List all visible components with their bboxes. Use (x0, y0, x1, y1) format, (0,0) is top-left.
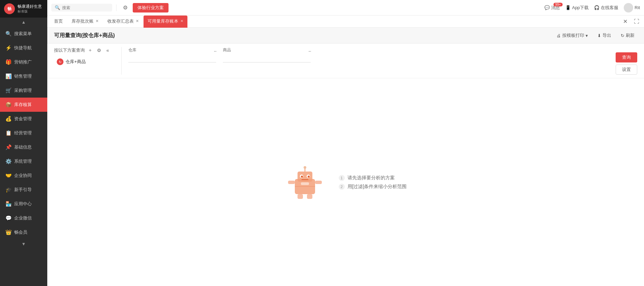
robot-svg (285, 162, 325, 203)
service-btn[interactable]: 🎧 在线客服 (594, 5, 618, 11)
svg-rect-10 (315, 181, 322, 184)
mobile-icon: 📱 (565, 5, 571, 10)
message-badge: 99+ (553, 3, 563, 6)
tabs-right-actions: ✕ ⛶ (620, 17, 641, 26)
export-icon: ⬇ (597, 33, 601, 38)
svg-rect-9 (288, 181, 295, 184)
search-input[interactable] (62, 5, 106, 10)
tab-close-btn[interactable]: ✕ (620, 17, 630, 26)
scheme-item-icon: ↻ (57, 58, 63, 65)
product-input[interactable] (223, 54, 311, 62)
sidebar-item-enterprise[interactable]: 🤝 企业协同 (0, 168, 47, 183)
query-btn[interactable]: 查询 (616, 52, 637, 62)
svg-rect-11 (298, 194, 303, 199)
purchase-icon: 🛒 (5, 87, 11, 94)
sidebar-item-purchase[interactable]: 🛒 采购管理 (0, 83, 47, 98)
empty-tip-2: 2 用[过滤]条件来缩小分析范围 (339, 184, 407, 190)
topbar-divider (116, 4, 117, 11)
sidebar-item-system[interactable]: ⚙️ 系统管理 (0, 154, 47, 168)
collapse-scheme-btn[interactable]: « (104, 47, 111, 54)
industry-btn[interactable]: 体验行业方案 (133, 3, 169, 12)
sidebar-item-sales[interactable]: 📊 销售管理 (0, 69, 47, 83)
headset-icon: 🎧 (594, 5, 599, 10)
inventory-icon: 📦 (5, 102, 11, 108)
sidebar-item-finance[interactable]: 💰 资金管理 (0, 112, 47, 126)
refresh-icon: ↻ (621, 33, 624, 38)
system-icon: ⚙️ (5, 158, 11, 164)
sidebar-app-title: 畅康通好生意 (18, 4, 42, 9)
search-icon: 🔍 (5, 31, 11, 37)
sidebar-item-inventory[interactable]: 📦 库存核算 (0, 98, 47, 112)
page-header: 可用量查询(按仓库+商品) 🖨 按模板打印 ▾ ⬇ 导出 ↻ 刷新 (47, 28, 644, 44)
sidebar-item-wechat[interactable]: 💬 企业微信 (0, 211, 47, 225)
close-icon[interactable]: ✕ (96, 19, 99, 23)
filter-scheme-header: 按以下方案查询 ＋ ⚙ « (54, 47, 117, 54)
page-title: 可用量查询(按仓库+商品) (54, 32, 115, 39)
empty-tips: 1 请先选择要分析的方案 2 用[过滤]条件来缩小分析范围 (339, 175, 407, 190)
tip-number-2: 2 (339, 184, 345, 190)
sidebar-item-member[interactable]: 👑 畅会员 (0, 225, 47, 239)
sidebar-item-operation[interactable]: 📋 经营管理 (0, 126, 47, 140)
settings-icon[interactable]: ⚙ (121, 3, 130, 12)
sidebar-item-newbie[interactable]: 🎓 新手引导 (0, 183, 47, 197)
svg-point-5 (308, 176, 310, 178)
content-area: 可用量查询(按仓库+商品) 🖨 按模板打印 ▾ ⬇ 导出 ↻ 刷新 (47, 28, 644, 286)
main-area: 🔍 ⚙ 体验行业方案 💬 消息 99+ 📱 App下载 🎧 在线客服 Rit (47, 0, 644, 286)
finance-icon: 💰 (5, 116, 11, 122)
product-field-more[interactable]: ... (308, 47, 311, 53)
page-header-actions: 🖨 按模板打印 ▾ ⬇ 导出 ↻ 刷新 (554, 31, 637, 40)
dropdown-icon: ▾ (586, 33, 588, 38)
sidebar-scroll-up[interactable]: ▲ (0, 18, 47, 27)
manage-scheme-btn[interactable]: ⚙ (96, 47, 102, 54)
tabs-bar: 首页 库存批次账 ✕ 收发存汇总表 ✕ 可用量库存账本 ✕ ✕ ⛶ (47, 16, 644, 28)
svg-point-8 (304, 166, 306, 169)
empty-tip-1: 1 请先选择要分析的方案 (339, 175, 407, 181)
filter-scheme: 按以下方案查询 ＋ ⚙ « ↻ 仓库+商品 (54, 47, 122, 75)
filter-field-warehouse-header: 仓库 ... (128, 47, 216, 53)
message-icon: 💬 (544, 5, 550, 10)
filter-area: 按以下方案查询 ＋ ⚙ « ↻ 仓库+商品 仓库 ... (47, 44, 644, 78)
tab-available[interactable]: 可用量库存账本 ✕ (144, 16, 187, 28)
member-icon: 👑 (5, 229, 11, 235)
tab-expand-btn[interactable]: ⛶ (632, 17, 641, 26)
topbar-search-box[interactable]: 🔍 (51, 4, 112, 11)
tip-number-1: 1 (339, 175, 345, 181)
close-icon[interactable]: ✕ (136, 19, 139, 23)
sidebar: 畅 畅康通好生意 标准版 ▲ 🔍 搜索菜单 ⚡ 快捷导航 🎁 营销推广 📊 销售… (0, 0, 47, 286)
filter-actions: 查询 设置 (616, 47, 637, 75)
add-scheme-btn[interactable]: ＋ (87, 47, 94, 54)
enterprise-icon: 🤝 (5, 173, 11, 179)
svg-rect-12 (307, 194, 312, 199)
empty-state: 1 请先选择要分析的方案 2 用[过滤]条件来缩小分析范围 (47, 78, 644, 286)
sidebar-item-search[interactable]: 🔍 搜索菜单 (0, 27, 47, 41)
export-btn[interactable]: ⬇ 导出 (595, 31, 614, 40)
sidebar-item-basic[interactable]: 📌 基础信息 (0, 140, 47, 154)
sidebar-app-subtitle: 标准版 (18, 9, 42, 14)
user-avatar[interactable]: Rit (624, 3, 640, 12)
message-btn[interactable]: 💬 消息 99+ (544, 5, 560, 11)
sidebar-item-shortcut[interactable]: ⚡ 快捷导航 (0, 41, 47, 55)
empty-illustration (285, 162, 325, 203)
scheme-item-warehouse-product[interactable]: ↻ 仓库+商品 (54, 56, 117, 67)
appstore-icon: 🏪 (5, 201, 11, 207)
sidebar-item-appstore[interactable]: 🏪 应用中心 (0, 197, 47, 211)
print-icon: 🖨 (557, 33, 561, 38)
sidebar-item-marketing[interactable]: 🎁 营销推广 (0, 55, 47, 69)
sidebar-header: 畅 畅康通好生意 标准版 (0, 0, 47, 18)
settings-btn[interactable]: 设置 (616, 64, 637, 75)
tab-summary[interactable]: 收发存汇总表 ✕ (103, 16, 143, 28)
svg-point-4 (301, 176, 303, 178)
avatar (624, 3, 633, 12)
tab-batch[interactable]: 库存批次账 ✕ (68, 16, 103, 28)
print-btn[interactable]: 🖨 按模板打印 ▾ (554, 31, 591, 40)
tab-home[interactable]: 首页 (50, 16, 67, 28)
close-icon[interactable]: ✕ (180, 19, 183, 23)
sidebar-nav: ▲ 🔍 搜索菜单 ⚡ 快捷导航 🎁 营销推广 📊 销售管理 🛒 采购管理 📦 库… (0, 18, 47, 286)
filter-field-warehouse: 仓库 ... (128, 47, 216, 62)
refresh-btn[interactable]: ↻ 刷新 (618, 31, 637, 40)
app-download-btn[interactable]: 📱 App下载 (565, 5, 589, 11)
warehouse-field-more[interactable]: ... (214, 47, 216, 53)
sidebar-scroll-down[interactable]: ▼ (0, 239, 47, 249)
warehouse-input[interactable] (128, 54, 216, 62)
topbar: 🔍 ⚙ 体验行业方案 💬 消息 99+ 📱 App下载 🎧 在线客服 Rit (47, 0, 644, 16)
